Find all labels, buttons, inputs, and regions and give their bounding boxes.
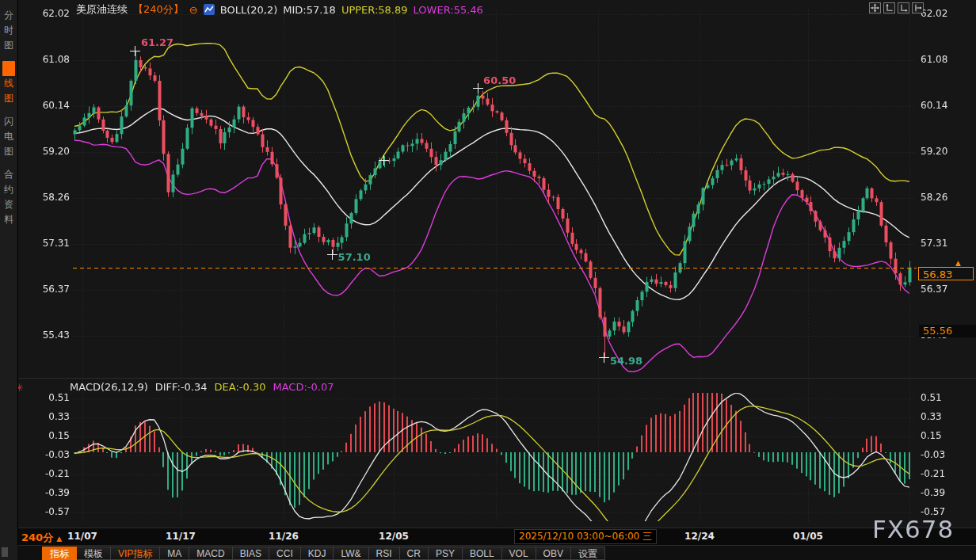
toolbar-button-MA[interactable]: MA <box>160 547 189 560</box>
macd-tick-label: -0.57 <box>21 506 70 517</box>
pane-divider[interactable] <box>0 378 976 379</box>
toolbar-button-MACD[interactable]: MACD <box>189 547 232 560</box>
price-tick-label: 61.08 <box>921 54 947 65</box>
price-tick-label: 56.37 <box>21 284 70 295</box>
toolbar-button-VIP指标[interactable]: VIP指标 <box>111 547 160 560</box>
chart-header: 美原油连续 【240分】 ⊖ BOLL(20,2) MID:57.18 UPPE… <box>76 2 483 17</box>
last-price-value: 56.83 <box>923 269 952 280</box>
boll-lower-price-value: 55.56 <box>923 325 952 337</box>
price-tick-label: 59.20 <box>921 146 947 157</box>
toolbar-button-BOLL[interactable]: BOLL <box>463 547 502 560</box>
last-price-box: 56.83 <box>918 267 974 280</box>
crosshair-mark <box>473 83 483 93</box>
macd-hist-value: MACD:-0.07 <box>273 381 334 393</box>
price-tick-label: 62.02 <box>921 8 947 19</box>
macd-tick-label: -0.21 <box>21 468 70 479</box>
chart-app: 分时图K线图闪电图合约资料 美原油连续 【240分】 ⊖ BOLL(20,2) … <box>0 0 976 560</box>
crosshair-mark <box>130 46 140 56</box>
price-tick-label: 60.14 <box>21 100 70 111</box>
boll-params[interactable]: BOLL(20,2) <box>220 4 278 16</box>
macd-tick-label: 0.33 <box>21 411 70 422</box>
boll-lower-price-box: 55.56 <box>919 325 976 337</box>
boll-mid-value: MID:57.18 <box>283 4 336 16</box>
toolbar-button-CCI[interactable]: CCI <box>269 547 301 560</box>
resize-handle[interactable] <box>2 547 8 557</box>
high-price-annotation: 60.50 <box>483 74 516 86</box>
price-up-arrow-icon: ▲ <box>955 259 961 267</box>
price-tick-label: 58.26 <box>921 192 947 203</box>
macd-tick-label: -0.39 <box>921 487 945 498</box>
boll-upper-value: UPPER:58.89 <box>341 4 408 16</box>
toolbar-button-KDJ[interactable]: KDJ <box>301 547 334 560</box>
toolbar-button-RSI[interactable]: RSI <box>369 547 400 560</box>
toolbar-button-BIAS[interactable]: BIAS <box>233 547 269 560</box>
xaxis-date-label: 11/26 <box>269 531 299 542</box>
symbol-name: 美原油连续 <box>76 2 128 17</box>
macd-tick-label: 0.51 <box>21 392 70 403</box>
macd-header: MACD(26,12,9) DIFF:-0.34 DEA:-0.30 MACD:… <box>70 381 334 393</box>
xaxis-date-label: 01/05 <box>793 531 823 542</box>
scale-x-axis-icon[interactable] <box>898 2 909 13</box>
price-tick-label: 57.31 <box>21 238 70 249</box>
toolbar-button-VOL[interactable]: VOL <box>502 547 536 560</box>
price-tick-label: 61.08 <box>21 54 70 65</box>
left-sidebar: 分时图K线图闪电图合约资料 <box>0 0 18 560</box>
macd-tick-label: -0.39 <box>21 487 70 498</box>
sidebar-item-kline-chart[interactable]: K线图 <box>0 61 17 106</box>
crosshair-mark <box>327 250 337 260</box>
toolbar-button-模板[interactable]: 模板 <box>77 547 111 560</box>
shift-axis-icon[interactable] <box>912 2 924 13</box>
macd-tick-label: -0.21 <box>921 468 945 479</box>
macd-tick-label: 0.33 <box>921 411 942 422</box>
high-price-annotation: 61.27 <box>141 36 173 48</box>
toolbar-button-OBV[interactable]: OBV <box>536 547 571 560</box>
price-tick-label: 56.37 <box>921 284 947 295</box>
xaxis-date-label: 12/05 <box>379 531 409 542</box>
toolbar-button-PSY[interactable]: PSY <box>429 547 463 560</box>
macd-tick-label: 0.15 <box>21 430 70 441</box>
period-up-arrow-icon: ▲ <box>56 535 62 543</box>
toolbar-button-CR[interactable]: CR <box>400 547 429 560</box>
indicator-chart-icon <box>204 4 215 15</box>
price-tick-label: 58.26 <box>21 192 70 203</box>
collapse-icon[interactable]: ⊖ <box>189 4 198 16</box>
low-price-annotation: 54.98 <box>610 355 642 367</box>
fx678-watermark: FX678 <box>872 515 954 543</box>
macd-tick-label: 0.15 <box>921 430 942 441</box>
xaxis-row: 240分▲ 11/0711/1711/2612/0512/2401/052025… <box>17 528 976 545</box>
crosshair-mark <box>599 352 609 363</box>
price-tick-label: 59.20 <box>21 146 70 157</box>
macd-tick-label: -0.03 <box>921 449 945 460</box>
macd-dea-value: DEA:-0.30 <box>215 381 266 393</box>
toolbar-button-指标[interactable]: 指标 <box>42 547 77 560</box>
xaxis-period-label[interactable]: 240分▲ <box>21 531 62 545</box>
boll-lower-value: LOWER:55.46 <box>414 4 483 16</box>
xaxis-date-label: 11/07 <box>67 531 97 542</box>
sidebar-item-contract-info[interactable]: 合约资料 <box>0 167 17 227</box>
macd-params[interactable]: MACD(26,12,9) <box>70 381 148 393</box>
macd-tick-label: -0.03 <box>21 449 70 460</box>
sidebar-item-time-chart[interactable]: 分时图 <box>0 8 17 53</box>
crosshair-mark <box>379 155 389 166</box>
selected-bar-date-label: 2025/12/10 03:00~06:00 三 <box>514 529 657 544</box>
toolbar-button-设置[interactable]: 设置 <box>571 547 605 560</box>
sidebar-item-flash-chart[interactable]: 闪电图 <box>0 114 17 159</box>
xaxis-date-label: 12/24 <box>684 531 715 542</box>
price-tick-label: 62.02 <box>21 8 70 19</box>
price-tick-label: 57.31 <box>921 238 947 249</box>
macd-tick-label: 0.51 <box>921 392 942 403</box>
low-price-annotation: 57.10 <box>338 251 371 263</box>
xaxis-date-label: 11/17 <box>166 531 196 542</box>
scale-y-axis-icon[interactable] <box>883 2 895 13</box>
price-tick-label: 60.14 <box>921 100 947 111</box>
bottom-toolbar: 指标模板VIP指标MAMACDBIASCCIKDJLW&RSICRPSYBOLL… <box>17 546 976 560</box>
window-controls <box>869 2 924 13</box>
macd-diff-value: DIFF:-0.34 <box>155 381 208 393</box>
toolbar-button-LW&[interactable]: LW& <box>334 547 368 560</box>
pan-icon[interactable] <box>869 2 881 13</box>
price-tick-label: 55.43 <box>21 330 70 341</box>
period-label[interactable]: 【240分】 <box>133 2 184 17</box>
